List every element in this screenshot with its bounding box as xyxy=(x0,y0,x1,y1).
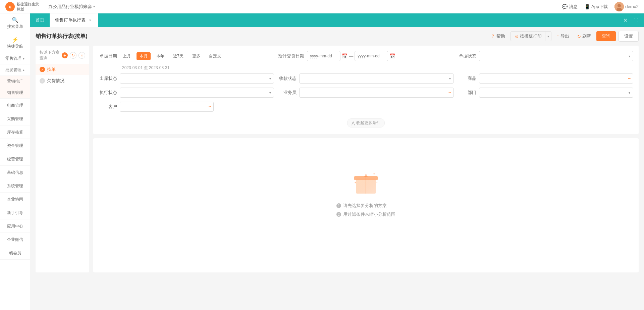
refresh-button[interactable]: ↻ 刷新 xyxy=(575,32,594,41)
wholesale-arrow-icon: ▴ xyxy=(23,68,24,72)
tab-home[interactable]: 首页 xyxy=(30,13,50,27)
salesperson-input[interactable]: ··· xyxy=(299,88,453,98)
sidebar-item-newbie[interactable]: 新手引导 xyxy=(0,206,30,219)
settings-button[interactable]: 设置 xyxy=(619,31,639,42)
sidebar-item-system[interactable]: 系统管理 xyxy=(0,179,30,193)
exec-arrow-icon: ▾ xyxy=(269,91,271,95)
help-icon: ？ xyxy=(491,33,495,39)
scheme-active-icon: ✓ xyxy=(40,67,45,72)
scheme-item-按单[interactable]: ✓ 按单 xyxy=(36,64,89,75)
sidebar-label-operations: 经营管理 xyxy=(1,156,29,162)
tab-sales-order[interactable]: 销售订单执行表 × xyxy=(50,13,98,27)
delivery-status-label: 出库状态 xyxy=(99,75,117,82)
sidebar-item-enterprise[interactable]: 企业协同 xyxy=(0,193,30,206)
results-panel: ✦ ✦ ✦ 请先选择要分析的方案 xyxy=(93,138,639,272)
refresh-scheme-button[interactable]: ↻ xyxy=(70,52,76,59)
tab-maximize-button[interactable]: ⛶ xyxy=(632,16,640,24)
username-label: demo2 xyxy=(625,4,639,9)
left-panel-header: 按以下方案查询 + ↻ « xyxy=(36,48,89,64)
payment-status-dropdown[interactable]: ▾ xyxy=(299,73,453,84)
scheme-item-欠货情况[interactable]: ○ 欠货情况 xyxy=(36,75,89,87)
date-btn-last-month[interactable]: 上月 xyxy=(120,52,134,60)
date-btn-last-7days[interactable]: 近7天 xyxy=(170,52,186,60)
refresh-label: 刷新 xyxy=(582,33,591,39)
scheme-item-label-1: 欠货情况 xyxy=(47,78,64,84)
sidebar-item-search[interactable]: 🔍 搜索菜单 xyxy=(0,13,30,33)
sidebar-item-quick-nav[interactable]: ⚡ 快捷导航 xyxy=(0,33,30,53)
collapse-button[interactable]: ⋀ 收起更多条件 xyxy=(347,118,385,127)
sidebar-item-member[interactable]: 畅会员 xyxy=(0,246,30,260)
goods-input[interactable]: ··· xyxy=(479,73,633,84)
sidebar-item-wholesale[interactable]: 批发管理 ▴ xyxy=(0,64,30,76)
filter-cell-customer: 客户 ··· xyxy=(99,102,274,112)
export-button[interactable]: ↑ 导出 xyxy=(554,32,572,41)
sidebar-item-ecommerce[interactable]: 电商管理 xyxy=(0,99,30,112)
collapse-label: 收起更多条件 xyxy=(356,120,380,126)
collapse-row: ⋀ 收起更多条件 xyxy=(99,116,633,129)
dept-dropdown[interactable]: ▾ xyxy=(479,88,633,98)
app-download-label: App下载 xyxy=(591,4,608,10)
sidebar-item-wechat[interactable]: 企业微信 xyxy=(0,233,30,246)
exec-status-dropdown[interactable]: ▾ xyxy=(120,88,274,98)
empty-hint-1: 请先选择要分析的方案 xyxy=(343,203,387,209)
user-nav[interactable]: demo2 xyxy=(614,2,639,11)
sidebar-label-finance: 资金管理 xyxy=(1,143,29,149)
date-range-text: 2023-03-01 至 2023-03-31 xyxy=(122,65,169,70)
tab-close-button[interactable]: × xyxy=(88,17,93,23)
doc-status-dropdown[interactable]: ▾ xyxy=(479,51,633,61)
filter-row-1: 单据日期 上月 本月 本年 近7天 更多 自定义 xyxy=(99,51,633,61)
empty-state: ✦ ✦ ✦ 请先选择要分析的方案 xyxy=(93,138,639,247)
sidebar-item-retail[interactable]: 零售管理 ▾ xyxy=(0,53,30,64)
sidebar-label-newbie: 新手引导 xyxy=(1,210,29,216)
tab-close-window-button[interactable]: ✕ xyxy=(621,16,629,24)
filter-cell-salesperson: 业务员 ··· xyxy=(278,88,453,98)
sidebar-item-app-center[interactable]: 应用中心 xyxy=(0,219,30,233)
customer-input[interactable]: ··· xyxy=(120,102,214,112)
print-button[interactable]: 🖨 按模板打印 xyxy=(511,32,545,41)
sidebar-item-marketing[interactable]: 营销推广 xyxy=(0,76,30,87)
sidebar-label-quick-nav: 快捷导航 xyxy=(1,44,29,49)
collapse-scheme-button[interactable]: « xyxy=(78,52,85,59)
expected-date-end-input[interactable] xyxy=(355,51,388,61)
payment-status-label: 收款状态 xyxy=(278,75,297,82)
top-header: 好 畅捷通好生意 标版 办公用品行业模拟账套 ▾ 💬 消息 📱 App下载 xyxy=(0,0,644,13)
salesperson-label: 业务员 xyxy=(278,90,297,96)
app-download-nav[interactable]: 📱 App下载 xyxy=(584,4,608,10)
sidebar-item-operations[interactable]: 经营管理 xyxy=(0,152,30,166)
date-btn-custom[interactable]: 自定义 xyxy=(206,52,224,60)
date-btn-this-month[interactable]: 本月 xyxy=(137,52,151,60)
date-btn-this-year[interactable]: 本年 xyxy=(153,52,167,60)
salesperson-ellipsis-icon: ··· xyxy=(448,90,450,96)
filter-row-2: 出库状态 ▾ 收款状态 ▾ xyxy=(99,73,633,84)
breadcrumb[interactable]: 办公用品行业模拟账套 ▾ xyxy=(48,4,95,10)
sidebar-label-wechat: 企业微信 xyxy=(1,237,29,243)
print-label: 按模板打印 xyxy=(520,33,542,39)
date-btn-more[interactable]: 更多 xyxy=(189,52,203,60)
print-dropdown-button[interactable]: ▾ xyxy=(545,33,551,40)
logo-text: 畅捷通好生意 标版 xyxy=(17,2,39,11)
help-label: 帮助 xyxy=(496,33,505,39)
sidebar-item-purchase[interactable]: 采购管理 xyxy=(0,112,30,125)
filter-cell-delivery-status: 出库状态 ▾ xyxy=(99,73,274,84)
expected-date-start-input[interactable] xyxy=(307,51,340,61)
exec-status-label: 执行状态 xyxy=(99,90,117,96)
sidebar-item-finance[interactable]: 资金管理 xyxy=(0,139,30,152)
logo-area[interactable]: 好 畅捷通好生意 标版 xyxy=(5,2,39,11)
svg-text:好: 好 xyxy=(8,6,12,9)
filter-cell-date: 单据日期 上月 本月 本年 近7天 更多 自定义 xyxy=(99,52,274,60)
breadcrumb-text: 办公用品行业模拟账套 xyxy=(48,4,92,10)
date-filter-label: 单据日期 xyxy=(99,53,117,59)
svg-text:✦: ✦ xyxy=(373,172,375,176)
sidebar-item-inventory[interactable]: 库存核算 xyxy=(0,125,30,139)
message-nav[interactable]: 💬 消息 xyxy=(562,4,578,10)
delivery-status-dropdown[interactable]: ▾ xyxy=(120,73,274,84)
avatar xyxy=(614,2,624,11)
sidebar-item-basic-info[interactable]: 基础信息 xyxy=(0,166,30,179)
query-button[interactable]: 查询 xyxy=(596,31,616,41)
filter-row-4: 客户 ··· xyxy=(99,102,633,112)
tab-active-label: 销售订单执行表 xyxy=(55,17,86,23)
sidebar-item-sales[interactable]: 销售管理 xyxy=(0,87,30,99)
filter-cell-exec-status: 执行状态 ▾ xyxy=(99,88,274,98)
help-button[interactable]: ？ 帮助 xyxy=(488,32,508,41)
add-scheme-button[interactable]: + xyxy=(62,52,68,58)
